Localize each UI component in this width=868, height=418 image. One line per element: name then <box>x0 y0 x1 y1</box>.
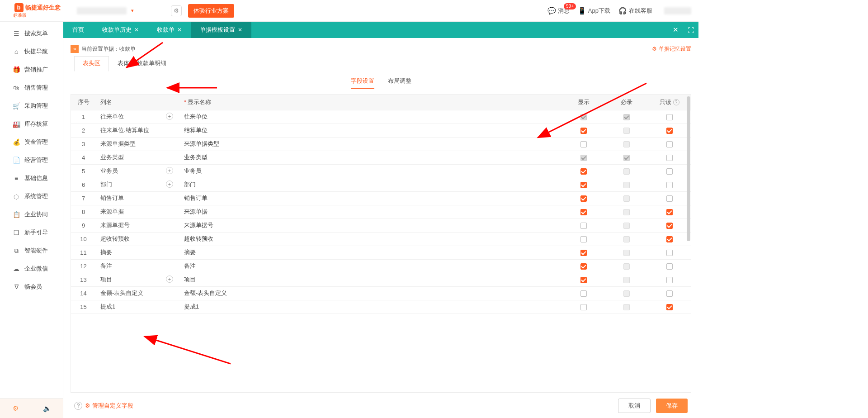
checkbox[interactable] <box>666 250 673 256</box>
cell-name: 业务员+ <box>96 164 179 178</box>
sidebar-item-14[interactable]: ∇畅会员 <box>0 278 63 296</box>
checkbox[interactable] <box>580 236 587 242</box>
cell-display[interactable]: 部门 <box>179 178 562 191</box>
add-icon[interactable]: + <box>166 167 173 174</box>
expand-context-icon[interactable]: » <box>71 45 79 53</box>
cell-display[interactable]: 销售订单 <box>179 191 562 205</box>
checkbox[interactable] <box>666 182 673 188</box>
sidebar-item-9[interactable]: ◌系统管理 <box>0 187 63 205</box>
sidebar-settings-icon[interactable]: ⚙ <box>0 404 32 413</box>
messages-link[interactable]: 💬 消息 99+ <box>547 7 570 15</box>
checkbox[interactable] <box>666 155 673 161</box>
cell-display[interactable]: 业务员 <box>179 164 562 178</box>
checkbox[interactable] <box>666 168 673 175</box>
checkbox[interactable] <box>580 182 587 188</box>
support-link[interactable]: 🎧 在线客服 <box>618 7 652 15</box>
cell-display[interactable]: 金额-表头自定义 <box>179 286 562 300</box>
sidebar-item-11[interactable]: ❏新手引导 <box>0 223 63 242</box>
checkbox[interactable] <box>580 223 587 229</box>
tab-close-all-icon[interactable]: ✕ <box>668 22 683 38</box>
cell-display[interactable]: 业务类型 <box>179 151 562 164</box>
org-selector[interactable]: ▾ <box>77 7 167 14</box>
cell-display[interactable]: 提成1 <box>179 300 562 314</box>
checkbox[interactable] <box>580 168 587 175</box>
cell-display[interactable]: 项目 <box>179 273 562 286</box>
sidebar-item-3[interactable]: 🛍销售管理 <box>0 79 63 97</box>
checkbox[interactable] <box>666 195 673 202</box>
cell-display[interactable]: 结算单位 <box>179 124 562 137</box>
close-icon[interactable]: ✕ <box>238 27 242 33</box>
checkbox[interactable] <box>666 141 673 147</box>
cell-required <box>605 124 648 137</box>
checkbox[interactable] <box>666 223 673 229</box>
checkbox[interactable] <box>580 304 587 310</box>
checkbox[interactable] <box>580 263 587 270</box>
checkbox[interactable] <box>666 277 673 283</box>
fullscreen-icon[interactable]: ⛶ <box>683 22 698 38</box>
checkbox[interactable] <box>580 209 587 215</box>
sidebar-item-5[interactable]: 🏭库存核算 <box>0 115 63 133</box>
sidebar-item-12[interactable]: ⧉智能硬件 <box>0 242 63 260</box>
add-icon[interactable]: + <box>166 276 173 283</box>
cell-display[interactable]: 往来单位 <box>179 110 562 124</box>
sub-tab-0[interactable]: 字段设置 <box>351 77 374 89</box>
checkbox[interactable] <box>666 263 673 270</box>
area-tab-1[interactable]: 表体区-收款单明细 <box>109 56 175 71</box>
tab-3[interactable]: 单据模板设置✕ <box>191 22 251 38</box>
area-tab-0[interactable]: 表头区 <box>74 56 109 71</box>
checkbox[interactable] <box>666 236 673 242</box>
checkbox[interactable] <box>580 141 587 147</box>
help-icon[interactable]: ? <box>673 99 679 105</box>
sidebar-item-2[interactable]: 🎁营销推广 <box>0 61 63 79</box>
sidebar-item-4[interactable]: 🛒采购管理 <box>0 97 63 115</box>
cell-display[interactable]: 来源单据号 <box>179 218 562 232</box>
col-readonly: 只读? <box>648 95 691 110</box>
close-icon[interactable]: ✕ <box>177 27 182 33</box>
cell-display[interactable]: 超收转预收 <box>179 232 562 246</box>
tab-0[interactable]: 首页 <box>63 22 93 38</box>
sub-tab-1[interactable]: 布局调整 <box>388 77 411 89</box>
cell-display[interactable]: 备注 <box>179 259 562 273</box>
add-icon[interactable]: + <box>166 180 173 188</box>
sidebar-item-1[interactable]: ⌂快捷导航 <box>0 43 63 61</box>
cell-index: 4 <box>71 151 96 164</box>
cancel-button[interactable]: 取消 <box>618 399 651 413</box>
sidebar-collapse-icon[interactable]: 🔈 <box>32 404 63 413</box>
sidebar-item-10[interactable]: 📋企业协同 <box>0 205 63 223</box>
cell-display[interactable]: 摘要 <box>179 246 562 259</box>
sidebar-icon: ≡ <box>13 175 20 182</box>
checkbox[interactable] <box>666 290 673 297</box>
manage-custom-fields-link[interactable]: ⚙ 管理自定义字段 <box>85 402 133 410</box>
sidebar-item-6[interactable]: 💰资金管理 <box>0 133 63 151</box>
add-icon[interactable]: + <box>166 113 173 120</box>
help-icon[interactable]: ? <box>74 402 82 410</box>
sidebar-item-0[interactable]: ☰搜索菜单 <box>0 24 63 43</box>
scrollbar[interactable] <box>687 96 690 241</box>
checkbox[interactable] <box>580 128 587 134</box>
settings-icon[interactable]: ⚙ <box>171 5 182 16</box>
memory-settings-link[interactable]: ⚙ 单据记忆设置 <box>652 45 691 53</box>
save-button[interactable]: 保存 <box>656 399 688 413</box>
tab-2[interactable]: 收款单✕ <box>148 22 191 38</box>
cell-display[interactable]: 来源单据 <box>179 205 562 218</box>
close-icon[interactable]: ✕ <box>134 27 139 33</box>
checkbox[interactable] <box>666 209 673 215</box>
col-show: 显示 <box>562 95 605 110</box>
checkbox[interactable] <box>580 277 587 283</box>
checkbox[interactable] <box>666 304 673 310</box>
checkbox[interactable] <box>666 128 673 134</box>
sidebar-item-8[interactable]: ≡基础信息 <box>0 169 63 187</box>
table-row: 7销售订单销售订单 <box>71 191 691 205</box>
checkbox[interactable] <box>580 250 587 256</box>
table-row: 6部门+部门 <box>71 178 691 191</box>
download-link[interactable]: 📱 App下载 <box>578 7 610 15</box>
sidebar-item-13[interactable]: ☁企业微信 <box>0 260 63 278</box>
sidebar-item-7[interactable]: 📄经营管理 <box>0 151 63 169</box>
cell-required <box>605 191 648 205</box>
try-plan-button[interactable]: 体验行业方案 <box>188 4 234 18</box>
tab-1[interactable]: 收款单历史✕ <box>93 22 148 38</box>
cell-display[interactable]: 来源单据类型 <box>179 137 562 151</box>
checkbox[interactable] <box>666 114 673 120</box>
checkbox[interactable] <box>580 195 587 202</box>
checkbox[interactable] <box>580 290 587 297</box>
